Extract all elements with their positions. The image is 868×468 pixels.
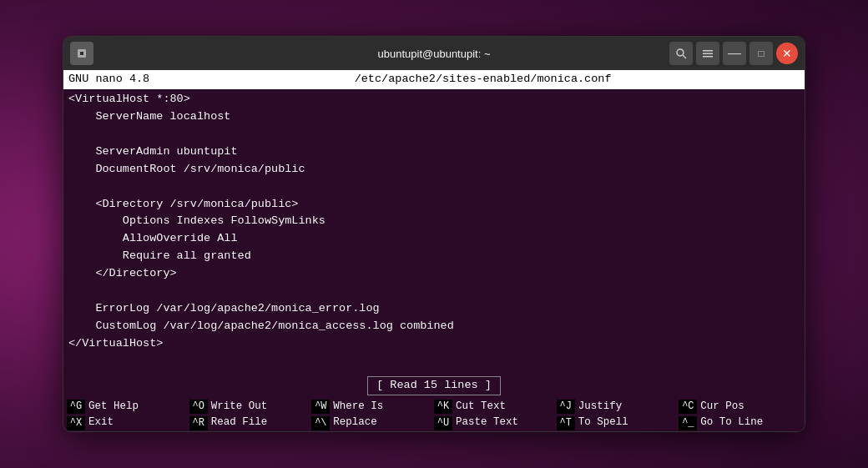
- shortcut-label: Replace: [333, 415, 377, 430]
- shortcut-key: ^_: [679, 416, 697, 430]
- editor-line: <Directory /srv/monica/public>: [63, 196, 805, 214]
- svg-rect-1: [80, 52, 83, 55]
- shortcut-item: ^WWhere Is: [311, 400, 434, 415]
- editor-line: DocumentRoot /srv/monica/public: [63, 161, 805, 179]
- nano-filename: /etc/apache2/sites-enabled/monica.conf: [166, 72, 800, 88]
- minimize-button[interactable]: —: [723, 42, 746, 65]
- shortcut-label: Cut Text: [456, 400, 506, 415]
- svg-line-3: [683, 55, 686, 58]
- shortcut-label: Cur Pos: [700, 400, 744, 415]
- shortcut-label: Go To Line: [700, 415, 763, 430]
- terminal-content[interactable]: GNU nano 4.8 /etc/apache2/sites-enabled/…: [63, 70, 805, 431]
- shortcut-key: ^X: [67, 416, 85, 430]
- pin-button[interactable]: [70, 42, 93, 65]
- search-button[interactable]: [669, 42, 693, 65]
- shortcut-item: ^RRead File: [189, 415, 312, 430]
- shortcut-item: ^UPaste Text: [434, 415, 557, 430]
- close-button[interactable]: ✕: [776, 43, 798, 64]
- editor-line: </Directory>: [63, 265, 805, 283]
- shortcut-key: ^O: [189, 400, 208, 414]
- svg-rect-4: [703, 50, 713, 52]
- shortcut-row-2: ^XExit^RRead File^\Replace^UPaste Text^T…: [63, 415, 805, 431]
- nano-version: GNU nano 4.8: [68, 72, 149, 88]
- shortcut-label: Exit: [88, 415, 114, 430]
- shortcut-key: ^\: [311, 416, 330, 430]
- shortcut-label: To Spell: [578, 415, 628, 430]
- shortcut-item: ^OWrite Out: [189, 400, 312, 415]
- editor-line: Require all granted: [63, 248, 805, 265]
- shortcut-row-1: ^GGet Help^OWrite Out^WWhere Is^KCut Tex…: [63, 399, 805, 415]
- shortcut-label: Justify: [578, 400, 623, 415]
- shortcut-item: ^KCut Text: [434, 400, 557, 415]
- shortcut-key: ^W: [311, 400, 330, 414]
- svg-rect-5: [703, 53, 713, 55]
- editor-line: AllowOverride All: [63, 230, 805, 248]
- shortcut-item: ^TTo Spell: [557, 415, 679, 430]
- shortcut-key: ^J: [557, 400, 575, 414]
- nano-header: GNU nano 4.8 /etc/apache2/sites-enabled/…: [63, 70, 805, 89]
- editor-line: ServerName localhost: [63, 108, 805, 126]
- svg-point-2: [677, 49, 684, 56]
- status-bar: [ Read 15 lines ]: [63, 373, 805, 399]
- shortcut-item: ^_Go To Line: [679, 415, 801, 430]
- svg-rect-6: [703, 56, 713, 58]
- editor-line: [63, 179, 805, 196]
- editor-line: ErrorLog /var/log/apache2/monica_error.l…: [63, 300, 805, 318]
- editor-line: </VirtualHost>: [63, 335, 805, 353]
- status-message: [ Read 15 lines ]: [367, 376, 501, 395]
- terminal-window: ubuntupit@ubuntupit: ~ — □ ✕: [63, 36, 805, 432]
- editor-line: [63, 283, 805, 300]
- shortcut-label: Read File: [211, 415, 268, 430]
- shortcut-label: Write Out: [211, 400, 268, 415]
- shortcut-label: Paste Text: [456, 415, 518, 430]
- window-title: ubuntupit@ubuntupit: ~: [378, 48, 491, 60]
- editor-line: CustomLog /var/log/apache2/monica_access…: [63, 318, 805, 335]
- shortcut-key: ^R: [189, 416, 208, 430]
- shortcut-item: ^JJustify: [557, 400, 679, 415]
- editor-line: Options Indexes FollowSymLinks: [63, 213, 805, 230]
- shortcut-item: ^CCur Pos: [679, 400, 801, 415]
- shortcut-key: ^K: [434, 400, 452, 414]
- editor-line: [63, 126, 805, 143]
- editor-line: <VirtualHost *:80>: [63, 91, 805, 108]
- titlebar-right-buttons: — □ ✕: [669, 42, 798, 65]
- shortcut-label: Where Is: [333, 400, 383, 415]
- shortcut-item: ^XExit: [67, 415, 189, 430]
- shortcut-label: Get Help: [88, 400, 139, 415]
- shortcut-item: ^GGet Help: [67, 400, 189, 415]
- shortcut-key: ^T: [557, 416, 575, 430]
- maximize-button[interactable]: □: [749, 42, 773, 65]
- editor-area[interactable]: <VirtualHost *:80> ServerName localhost …: [63, 89, 805, 373]
- titlebar-left-buttons: [70, 42, 93, 65]
- shortcut-key: ^G: [67, 400, 85, 414]
- titlebar: ubuntupit@ubuntupit: ~ — □ ✕: [63, 37, 805, 70]
- shortcut-item: ^\Replace: [311, 415, 434, 430]
- shortcut-key: ^U: [434, 416, 452, 430]
- shortcut-key: ^C: [679, 400, 697, 414]
- menu-button[interactable]: [696, 42, 719, 65]
- shortcut-bar: ^GGet Help^OWrite Out^WWhere Is^KCut Tex…: [63, 399, 805, 431]
- editor-line: ServerAdmin ubuntupit: [63, 143, 805, 161]
